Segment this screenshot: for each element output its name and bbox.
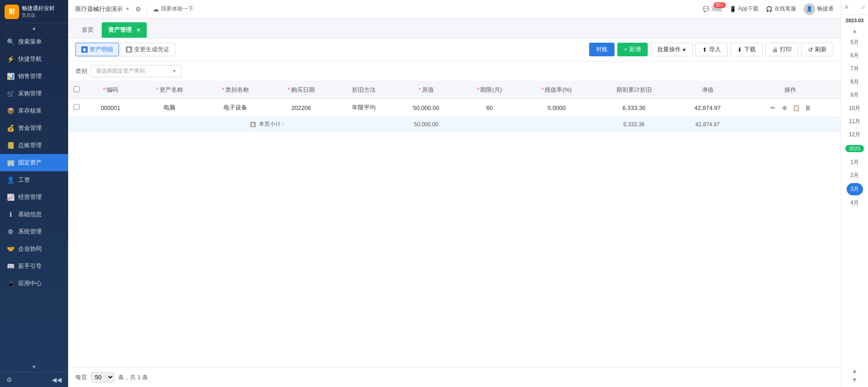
panel-scroll-up-icon[interactable]: ▲ bbox=[852, 367, 858, 374]
sidebar-item-ledger[interactable]: 📒 总账管理 bbox=[0, 137, 68, 154]
user-button[interactable]: 👤 畅捷通 bbox=[804, 3, 833, 15]
month-item-8[interactable]: 8月 bbox=[841, 75, 868, 89]
cell-residual-rate: 5.0000 bbox=[521, 99, 593, 117]
sidebar-item-search[interactable]: 🔍 搜索菜单 bbox=[0, 33, 68, 50]
cell-period: 60 bbox=[458, 99, 521, 117]
print-button[interactable]: 🖨 打印 bbox=[765, 43, 799, 56]
logo-icon: 财 bbox=[5, 5, 19, 19]
tab-change-voucher-icon: 📄 bbox=[126, 46, 132, 53]
sidebar-scroll-up[interactable]: ▲ bbox=[0, 23, 68, 33]
sidebar-item-enterprise[interactable]: 🤝 企业协同 bbox=[0, 240, 68, 258]
tab-home[interactable]: 首页 bbox=[75, 22, 100, 38]
service-icon: 🎧 bbox=[766, 6, 773, 12]
download-button[interactable]: ⬇ 下载 bbox=[730, 43, 763, 56]
month-item-7[interactable]: 7月 bbox=[841, 62, 868, 75]
month-item-9[interactable]: 9月 bbox=[841, 89, 868, 102]
detail-button[interactable]: 📋 bbox=[791, 103, 801, 113]
header-period: *期限(月) bbox=[458, 81, 521, 99]
settings-icon[interactable]: ⚙ bbox=[6, 376, 12, 383]
month-item-2[interactable]: 2月 bbox=[841, 169, 868, 182]
month-item-6[interactable]: 6月 bbox=[841, 49, 868, 62]
collapse-icon[interactable]: ◀◀ bbox=[52, 376, 62, 383]
basic-info-icon: ℹ bbox=[6, 210, 15, 218]
scroll-up-icon[interactable]: ▲ bbox=[31, 25, 37, 31]
sales-icon: 📊 bbox=[6, 72, 15, 80]
import-button[interactable]: ⬆ 导入 bbox=[695, 43, 728, 56]
subtotal-icon: 📋 bbox=[250, 122, 256, 127]
sidebar-item-system[interactable]: ⚙ 系统管理 bbox=[0, 223, 68, 240]
month-item-4[interactable]: 4月 bbox=[841, 196, 868, 209]
table-row: 000001 电脑 电子设备 202206 年限平均 50,000.00 60 … bbox=[68, 99, 841, 117]
sidebar-item-basic-info[interactable]: ℹ 基础信息 bbox=[0, 206, 68, 223]
subtotal-row: 📋 本页小计： 50,000.00 6,333.36 42,874.97 bbox=[68, 117, 841, 132]
page-size-label: 每页 bbox=[75, 373, 87, 382]
cell-name: 电脑 bbox=[137, 99, 203, 117]
month-item-1[interactable]: 1月 bbox=[841, 156, 868, 169]
messages-icon: 💬 bbox=[703, 6, 709, 12]
sidebar-item-finance[interactable]: 💰 资金管理 bbox=[0, 119, 68, 137]
avatar: 👤 bbox=[804, 3, 815, 15]
sidebar-item-sales[interactable]: 📊 销售管理 bbox=[0, 68, 68, 85]
tab-asset-management[interactable]: 资产管理 ✕ bbox=[102, 22, 147, 38]
tab-close-icon[interactable]: ✕ bbox=[136, 27, 140, 33]
row-checkbox[interactable] bbox=[74, 104, 79, 110]
right-panel-expand-icon[interactable]: ⤢ bbox=[861, 4, 865, 10]
table-header-row: *编码 *资产名称 *类别名称 *购买日期 折旧方法 *原值 *期限(月) *残… bbox=[68, 81, 841, 99]
cell-accumulated-depreciation: 6,333.36 bbox=[593, 99, 675, 117]
sidebar-item-label: 系统管理 bbox=[18, 228, 42, 236]
sidebar-item-inventory[interactable]: 📦 库存核算 bbox=[0, 102, 68, 119]
panel-scroll-down-icon[interactable]: ▼ bbox=[852, 376, 858, 383]
sidebar-item-operations[interactable]: 📈 经营管理 bbox=[0, 189, 68, 206]
month-item-10[interactable]: 10月 bbox=[841, 102, 868, 115]
batch-button[interactable]: 批量操作 ▾ bbox=[650, 43, 693, 56]
refresh-button[interactable]: ↺ 刷新 bbox=[801, 43, 833, 56]
header-category: *类别名称 bbox=[203, 81, 268, 99]
edit-button[interactable]: ✏ bbox=[768, 103, 778, 113]
header-checkbox-cell bbox=[68, 81, 84, 99]
month-item-12[interactable]: 12月 bbox=[841, 128, 868, 141]
page-size-select[interactable]: 50 100 200 bbox=[91, 372, 114, 382]
reconcile-button[interactable]: 对账 bbox=[589, 43, 615, 56]
trial-button[interactable]: ☁ 我要体验一下 bbox=[153, 5, 193, 13]
refresh-label: 刷新 bbox=[815, 45, 827, 54]
sidebar-item-app-center[interactable]: 📱 应用中心 bbox=[0, 275, 68, 292]
tab-asset-detail[interactable]: 📋 资产明细 bbox=[75, 43, 119, 56]
select-all-checkbox[interactable] bbox=[74, 86, 79, 92]
calendar-prev-icon[interactable]: ▲ bbox=[851, 27, 858, 35]
sidebar-item-label: 总账管理 bbox=[18, 141, 42, 149]
month-item-5[interactable]: 5月 bbox=[841, 36, 868, 49]
sidebar-bottom: ⚙ ◀◀ bbox=[0, 372, 68, 387]
filter-label: 类别 bbox=[75, 67, 87, 75]
sidebar-item-quick-nav[interactable]: ⚡ 快捷导航 bbox=[0, 50, 68, 68]
payroll-icon: 👤 bbox=[6, 176, 15, 184]
sidebar-scroll-down[interactable]: ▼ bbox=[0, 362, 68, 372]
topbar-gear-icon[interactable]: ⚙ bbox=[135, 5, 141, 13]
asset-table-wrap: *编码 *资产名称 *类别名称 *购买日期 折旧方法 *原值 *期限(月) *残… bbox=[68, 81, 841, 367]
right-panel-close-icon[interactable]: ✕ bbox=[844, 4, 849, 11]
month-item-11[interactable]: 11月 bbox=[841, 115, 868, 128]
scroll-down-icon[interactable]: ▼ bbox=[31, 364, 37, 370]
copy-button[interactable]: ⊕ bbox=[779, 103, 789, 113]
sidebar-item-purchase[interactable]: 🛒 采购管理 bbox=[0, 85, 68, 102]
tab-change-voucher[interactable]: 📄 变更生成凭证 bbox=[120, 43, 175, 56]
reconcile-label: 对账 bbox=[596, 45, 608, 54]
month-item-3-active[interactable]: 3月 bbox=[847, 183, 863, 195]
category-select[interactable]: 请选择固定资产类别 ▼ bbox=[91, 65, 182, 77]
new-button[interactable]: + 新增 bbox=[617, 43, 648, 56]
sidebar-item-label: 销售管理 bbox=[18, 72, 42, 80]
sidebar-item-guide[interactable]: 📖 新手引导 bbox=[0, 258, 68, 275]
sidebar-item-fixed-assets[interactable]: 🏢 固定资产 bbox=[0, 154, 68, 171]
system-icon: ⚙ bbox=[6, 228, 15, 236]
messages-button[interactable]: 💬 消息 99+ bbox=[703, 5, 722, 13]
online-service-button[interactable]: 🎧 在线客服 bbox=[766, 5, 796, 13]
logo-sub: 普及版 bbox=[22, 12, 55, 19]
company-selector[interactable]: 医疗器械行业演示 ▼ bbox=[75, 5, 130, 13]
sidebar-item-payroll[interactable]: 👤 工资 bbox=[0, 171, 68, 189]
fixed-assets-icon: 🏢 bbox=[6, 159, 15, 167]
app-download-button[interactable]: 📱 App下载 bbox=[729, 5, 759, 13]
toolbar: 📋 资产明细 📄 变更生成凭证 对账 + 新增 批量操作 ▾ bbox=[68, 38, 841, 61]
calendar-nav: ▲ bbox=[841, 26, 868, 36]
subtotal-accumulated-depreciation: 6,333.36 bbox=[593, 117, 675, 132]
delete-button[interactable]: 🗑 bbox=[803, 103, 813, 113]
subtotal-net-value: 42,874.97 bbox=[675, 117, 740, 132]
